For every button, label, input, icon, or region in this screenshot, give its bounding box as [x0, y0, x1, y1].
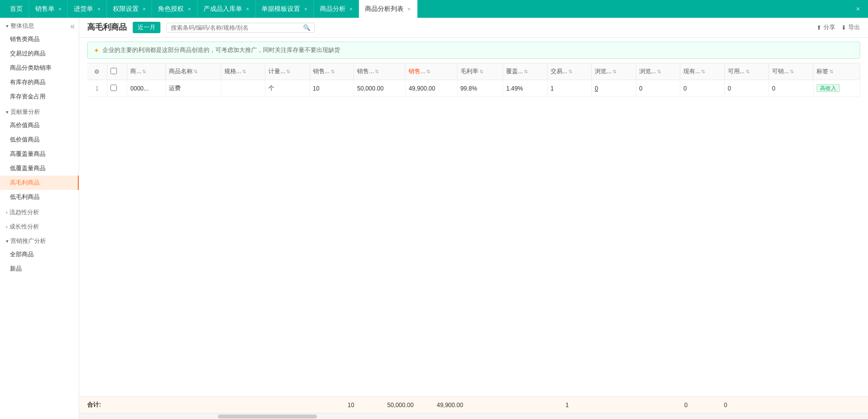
- cell-sales-amount: 50,000.00: [354, 80, 406, 97]
- nav-permission-settings[interactable]: 权限设置 ×: [107, 0, 152, 18]
- close-permission-settings[interactable]: ×: [143, 6, 146, 12]
- data-table-wrap: ⚙ 商...⇅ 商品名称⇅ 规格...⇅ 计量...⇅ 销售...⇅ 销售...…: [79, 63, 868, 396]
- export-button[interactable]: ⬇ 导出: [841, 23, 860, 32]
- footer-empty-unit: [305, 402, 345, 409]
- col-stock1[interactable]: 现有...⇅: [680, 63, 724, 80]
- sidebar-item-high-coverage[interactable]: 高覆盖量商品: [0, 147, 79, 161]
- cell-spec: [221, 80, 265, 97]
- nav-template-settings[interactable]: 单据模板设置 ×: [255, 0, 313, 18]
- col-browse1[interactable]: 浏览...⇅: [592, 63, 636, 80]
- time-filter-button[interactable]: 近一月: [133, 22, 160, 33]
- col-sales-amount[interactable]: 销售...⇅: [354, 63, 406, 80]
- scrollbar-thumb[interactable]: [218, 415, 317, 419]
- window-controls: ×: [852, 5, 864, 13]
- close-product-analysis[interactable]: ×: [350, 6, 353, 12]
- tag-badge: 高收入: [817, 84, 840, 92]
- search-icon[interactable]: 🔍: [303, 24, 310, 31]
- col-code[interactable]: 商...⇅: [127, 63, 166, 80]
- page-title: 高毛利商品: [87, 22, 127, 33]
- col-unit[interactable]: 计量...⇅: [265, 63, 309, 80]
- col-name[interactable]: 商品名称⇅: [166, 63, 221, 80]
- main-layout: « ▾ 整体信息 销售类商品 交易过的商品 商品分类助销率 有库存的商品 库存资…: [0, 18, 868, 419]
- browse1-link[interactable]: 0: [595, 85, 598, 92]
- footer-sales-qty: 10: [345, 402, 384, 409]
- col-gross-rate[interactable]: 毛利率⇅: [457, 63, 503, 80]
- col-checkbox[interactable]: [107, 63, 127, 80]
- window-close-icon[interactable]: ×: [856, 5, 860, 13]
- sidebar-item-low-gross[interactable]: 低毛利商品: [0, 190, 79, 204]
- nav-purchase-order[interactable]: 进货单 ×: [68, 0, 106, 18]
- sidebar-group-contribution[interactable]: ▾ 贡献量分析: [0, 104, 79, 118]
- col-spec[interactable]: 规格...⇅: [221, 63, 265, 80]
- footer-cells: 10 50,000.00 49,900.00 1 0 0: [127, 402, 860, 409]
- table-row: 1 0000... 运费 个 10 50,000.00 49,900.00 99…: [87, 80, 860, 97]
- close-product-analysis-list[interactable]: ×: [408, 6, 410, 12]
- col-stock3[interactable]: 可销...⇅: [769, 63, 813, 80]
- cell-name: 运费: [166, 80, 221, 97]
- row-checkbox[interactable]: [110, 85, 117, 91]
- share-button[interactable]: ⬆ 分享: [817, 23, 835, 32]
- footer-empty-browse2: [642, 402, 681, 409]
- col-settings[interactable]: ⚙: [87, 63, 107, 80]
- cell-cover-rate: 1.49%: [503, 80, 547, 97]
- footer-stock1: 0: [681, 402, 721, 409]
- search-input[interactable]: [171, 24, 301, 31]
- cell-stock3: 0: [769, 80, 813, 97]
- nav-product-analysis[interactable]: 商品分析 ×: [314, 0, 359, 18]
- cell-sales-qty: 10: [309, 80, 354, 97]
- col-sales-qty[interactable]: 销售...⇅: [309, 63, 354, 80]
- sidebar-item-high-gross[interactable]: 高毛利商品: [0, 176, 79, 190]
- content-area: 高毛利商品 近一月 🔍 ⬆ 分享 ⬇ 导出 ✦ 企业的主要的利润都是这部分商品创…: [79, 18, 868, 419]
- nav-sales-order[interactable]: 销售单 ×: [29, 0, 68, 18]
- sidebar-group-marketing[interactable]: ▾ 营销推广分析: [0, 233, 79, 247]
- sidebar-item-new-goods[interactable]: 新品: [0, 262, 79, 276]
- sidebar-item-traded-goods[interactable]: 交易过的商品: [0, 47, 79, 61]
- cell-browse1[interactable]: 0: [592, 80, 636, 97]
- sidebar-item-sales-goods[interactable]: 销售类商品: [0, 32, 79, 47]
- sidebar-item-low-value[interactable]: 低价值商品: [0, 133, 79, 147]
- footer-empty-gross: [483, 402, 523, 409]
- chevron-down-icon: ▾: [6, 238, 8, 244]
- sidebar-item-low-coverage[interactable]: 低覆盖量商品: [0, 161, 79, 176]
- cell-stock1: 0: [680, 80, 724, 97]
- sidebar-item-high-value[interactable]: 高价值商品: [0, 118, 79, 133]
- nav-home[interactable]: 首页: [4, 0, 29, 18]
- footer-stock2: 0: [721, 402, 761, 409]
- horizontal-scrollbar[interactable]: [79, 413, 868, 419]
- nav-product-inbound[interactable]: 产成品入库单 ×: [198, 0, 255, 18]
- sidebar-group-growth[interactable]: › 成长性分析: [0, 219, 79, 233]
- close-role-auth[interactable]: ×: [188, 6, 191, 12]
- footer-sales-cost: 49,900.00: [434, 402, 483, 409]
- close-product-inbound[interactable]: ×: [246, 6, 249, 12]
- col-tag[interactable]: 标签⇅: [813, 63, 860, 80]
- table-header-row: ⚙ 商...⇅ 商品名称⇅ 规格...⇅ 计量...⇅ 销售...⇅ 销售...…: [87, 63, 860, 80]
- cell-checkbox[interactable]: [107, 80, 127, 97]
- cell-code: 0000...: [127, 80, 166, 97]
- sidebar-item-stock-capital[interactable]: 库存资金占用: [0, 90, 79, 104]
- data-table: ⚙ 商...⇅ 商品名称⇅ 规格...⇅ 计量...⇅ 销售...⇅ 销售...…: [87, 63, 860, 97]
- footer-total-bar: 合计: 10 50,000.00 49,900.00 1 0 0: [79, 396, 868, 413]
- info-icon: ✦: [94, 47, 100, 54]
- footer-empty-1: [127, 402, 147, 409]
- col-cover-rate[interactable]: 覆盖...⇅: [503, 63, 547, 80]
- col-stock2[interactable]: 可用...⇅: [724, 63, 768, 80]
- sidebar-group-overall[interactable]: ▾ 整体信息: [0, 18, 79, 32]
- col-browse2[interactable]: 浏览...⇅: [636, 63, 680, 80]
- close-purchase-order[interactable]: ×: [97, 6, 100, 12]
- sidebar-collapse-btn[interactable]: «: [70, 22, 75, 31]
- sidebar-item-all-goods[interactable]: 全部商品: [0, 247, 79, 262]
- cell-stock2: 0: [724, 80, 768, 97]
- sidebar-item-category-sales-rate[interactable]: 商品分类助销率: [0, 61, 79, 75]
- sidebar-group-trend[interactable]: › 流趋性分析: [0, 204, 79, 219]
- sidebar-item-instock-goods[interactable]: 有库存的商品: [0, 75, 79, 90]
- nav-product-analysis-list[interactable]: 商品分析列表 ×: [359, 0, 417, 18]
- info-banner: ✦ 企业的主要的利润都是这部分商品创造的，可考虑加大推广，同时关注库存量不要出现…: [87, 42, 860, 59]
- close-template-settings[interactable]: ×: [304, 6, 307, 12]
- nav-role-auth[interactable]: 角色授权 ×: [152, 0, 197, 18]
- cell-trade-count: 1: [547, 80, 591, 97]
- cell-unit: 个: [265, 80, 309, 97]
- col-sales-cost[interactable]: 销售...⇅: [406, 63, 457, 80]
- col-trade-count[interactable]: 交易...⇅: [547, 63, 591, 80]
- select-all-checkbox[interactable]: [110, 68, 117, 74]
- close-sales-order[interactable]: ×: [58, 6, 61, 12]
